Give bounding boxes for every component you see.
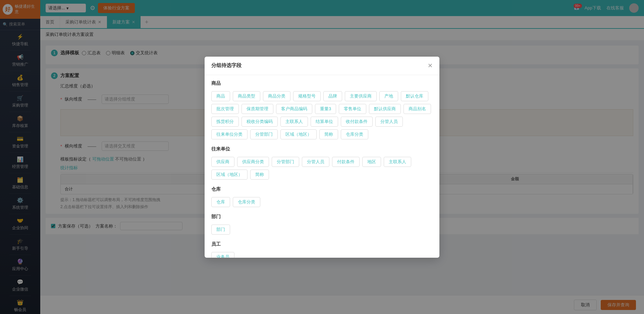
field-tag[interactable]: 商品类型 (233, 91, 260, 101)
modal-title: 分组待选字段 (211, 62, 241, 69)
field-tag[interactable]: 供应商分类 (237, 157, 269, 167)
field-tag[interactable]: 部门 (211, 225, 230, 235)
field-tag[interactable]: 供应商 (211, 157, 234, 167)
field-tag[interactable]: 拣货积分 (211, 117, 239, 127)
field-group-warehouse: 仓库仓库仓库分类 (211, 186, 433, 207)
field-tags-warehouse: 仓库仓库分类 (211, 197, 433, 207)
field-group-title-counterparty: 往来单位 (211, 146, 433, 153)
modal-header: 分组待选字段 ✕ (205, 57, 439, 75)
field-tag[interactable]: 仓库分类 (233, 197, 260, 207)
field-tag[interactable]: 默认供应商 (369, 104, 401, 114)
field-tag[interactable]: 商品分类 (263, 91, 290, 101)
field-tag[interactable]: 批次管理 (211, 104, 239, 114)
field-tag[interactable]: 主要供应商 (345, 91, 377, 101)
field-tag[interactable]: 区域（地区） (211, 170, 248, 180)
field-group-title-warehouse: 仓库 (211, 186, 433, 194)
field-tag[interactable]: 分管部门 (272, 157, 299, 167)
field-group-title-product: 商品 (211, 80, 433, 88)
field-group-employee: 员工业务员 (211, 241, 433, 258)
modal-body: 商品商品商品类型商品分类规格型号品牌主要供应商产地默认仓库批次管理保质期管理客户… (205, 75, 439, 258)
field-tag[interactable]: 主联系人 (384, 157, 411, 167)
field-tag[interactable]: 保质期管理 (241, 104, 273, 114)
field-tag[interactable]: 地区 (362, 157, 381, 167)
field-tag[interactable]: 产地 (379, 91, 398, 101)
field-tag[interactable]: 简称 (319, 129, 338, 139)
field-tag[interactable]: 品牌 (323, 91, 342, 101)
field-select-modal: 分组待选字段 ✕ 商品商品商品类型商品分类规格型号品牌主要供应商产地默认仓库批次… (205, 57, 439, 258)
field-group-department: 部门部门 (211, 214, 433, 235)
field-tags-counterparty: 供应商供应商分类分管部门分管人员付款条件地区主联系人区域（地区）简称 (211, 157, 433, 180)
field-tag[interactable]: 零售单位 (339, 104, 366, 114)
field-tag[interactable]: 分管人员 (302, 157, 329, 167)
field-tag[interactable]: 业务员 (211, 252, 234, 258)
field-tag[interactable]: 往来单位分类 (211, 129, 248, 139)
field-tags-employee: 业务员 (211, 252, 433, 258)
field-group-product: 商品商品商品类型商品分类规格型号品牌主要供应商产地默认仓库批次管理保质期管理客户… (211, 80, 433, 139)
field-tags-department: 部门 (211, 225, 433, 235)
field-tag[interactable]: 仓库 (211, 197, 230, 207)
modal-overlay: 分组待选字段 ✕ 商品商品商品类型商品分类规格型号品牌主要供应商产地默认仓库批次… (0, 0, 644, 314)
field-tag[interactable]: 客户商品编码 (276, 104, 312, 114)
field-group-title-employee: 员工 (211, 241, 433, 249)
field-tag[interactable]: 商品别名 (404, 104, 431, 114)
field-tag[interactable]: 商品 (211, 91, 230, 101)
field-tag[interactable]: 规格型号 (293, 91, 321, 101)
field-tag[interactable]: 分管部门 (250, 129, 278, 139)
field-tag[interactable]: 区域（地区） (280, 129, 317, 139)
field-tag[interactable]: 付款条件 (332, 157, 360, 167)
field-tag[interactable]: 主联系人 (280, 117, 308, 127)
field-group-title-department: 部门 (211, 214, 433, 221)
field-tag[interactable]: 默认仓库 (401, 91, 428, 101)
field-tag[interactable]: 收付款条件 (341, 117, 373, 127)
modal-close-icon[interactable]: ✕ (428, 62, 433, 69)
field-tag[interactable]: 简称 (250, 170, 269, 180)
field-tag[interactable]: 分管人员 (375, 117, 403, 127)
field-tag[interactable]: 结算单位 (311, 117, 338, 127)
field-tag[interactable]: 税收分类编码 (241, 117, 278, 127)
field-group-counterparty: 往来单位供应商供应商分类分管部门分管人员付款条件地区主联系人区域（地区）简称 (211, 146, 433, 180)
field-tags-product: 商品商品类型商品分类规格型号品牌主要供应商产地默认仓库批次管理保质期管理客户商品… (211, 91, 433, 139)
field-tag[interactable]: 重量3 (315, 104, 336, 114)
field-tag[interactable]: 仓库分类 (341, 129, 368, 139)
